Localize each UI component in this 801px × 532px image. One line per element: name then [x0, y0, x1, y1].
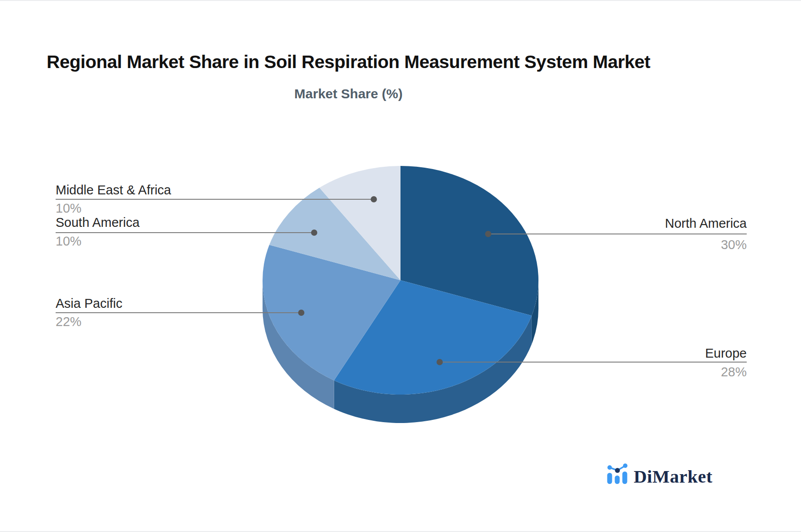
dimarket-logo-text: DiMarket: [634, 468, 712, 486]
slice-pct-asia-pacific: 22%: [56, 314, 81, 329]
slice-pct-middle-east-africa: 10%: [56, 201, 81, 215]
slice-label-middle-east-africa: Middle East & Africa: [56, 183, 171, 197]
dimarket-logo: DiMarket: [607, 460, 712, 484]
slice-label-north-america: North America: [665, 216, 747, 230]
leader-dot-asia-pacific: [298, 310, 304, 316]
slice-label-asia-pacific: Asia Pacific: [56, 296, 122, 310]
leader-dot-south-america: [311, 230, 317, 236]
slice-label-europe: Europe: [705, 346, 747, 360]
leader-dot-middle-east-africa: [371, 196, 377, 202]
pie-chart[interactable]: North America30%Europe28%Asia Pacific22%…: [0, 0, 801, 532]
slice-pct-europe: 28%: [721, 365, 747, 379]
leader-dot-europe: [437, 359, 443, 365]
slice-pct-south-america: 10%: [56, 234, 81, 248]
leader-dot-north-america: [485, 231, 491, 237]
slice-label-south-america: South America: [56, 215, 140, 230]
dimarket-logo-icon: [607, 460, 630, 484]
slice-pct-north-america: 30%: [721, 238, 747, 252]
